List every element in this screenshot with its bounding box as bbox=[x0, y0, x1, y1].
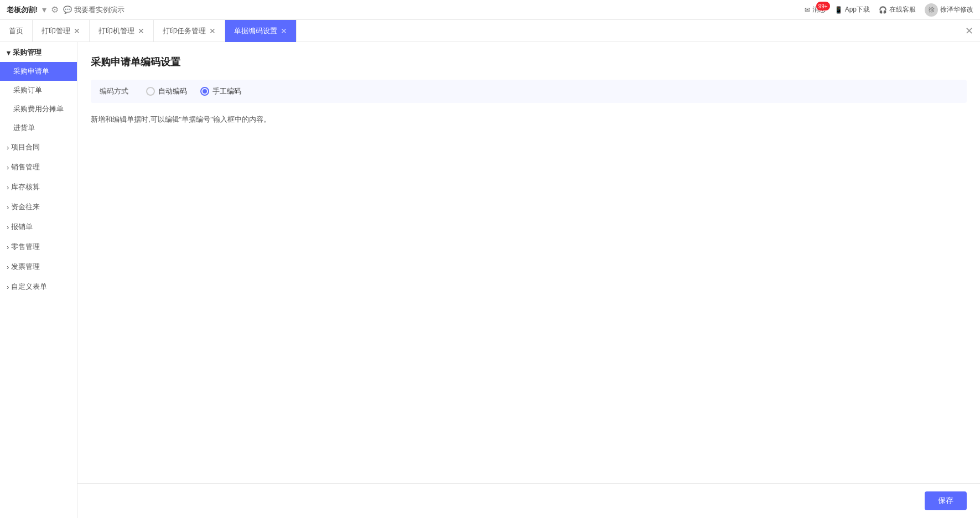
sidebar-item-purchase-request[interactable]: 采购申请单 bbox=[0, 62, 77, 81]
main-layout: ▾ 采购管理 采购申请单 采购订单 采购费用分摊单 进货单 › 项目合同 › 销… bbox=[0, 42, 980, 518]
online-service-button[interactable]: 🎧 在线客服 bbox=[879, 5, 916, 14]
auto-encoding-option[interactable]: 自动编码 bbox=[146, 86, 187, 96]
project-contract-label: 项目合同 bbox=[11, 142, 40, 152]
retail-label: 零售管理 bbox=[11, 242, 40, 252]
inventory-label: 库存核算 bbox=[11, 182, 40, 192]
sales-label: 销售管理 bbox=[11, 162, 40, 172]
sidebar-item-custom-form[interactable]: › 自定义表单 bbox=[0, 277, 77, 297]
returns-label: 报销单 bbox=[11, 222, 33, 232]
auto-encoding-radio[interactable] bbox=[146, 87, 155, 96]
sidebar-item-purchase-order-label: 采购订单 bbox=[13, 86, 42, 94]
online-service-label: 在线客服 bbox=[889, 5, 916, 14]
top-bar: 老板勿割! ▾ ⚙ 💬 我要看实例演示 ✉ 消息 99+ 📱 App下载 🎧 在… bbox=[0, 0, 980, 20]
sidebar-item-retail[interactable]: › 零售管理 bbox=[0, 237, 77, 257]
invoice-arrow: › bbox=[7, 263, 9, 271]
message-icon: ✉ bbox=[805, 6, 810, 14]
message-button[interactable]: ✉ 消息 99+ bbox=[805, 5, 826, 14]
tab-barcode-settings-label: 单据编码设置 bbox=[234, 26, 277, 36]
content-area: 采购申请单编码设置 编码方式 自动编码 手工编码 新增和编辑单据时,可以编辑"单… bbox=[77, 42, 980, 518]
sidebar-item-purchase-order[interactable]: 采购订单 bbox=[0, 81, 77, 100]
close-all-button[interactable]: ✕ bbox=[958, 25, 980, 37]
auto-encoding-label: 自动编码 bbox=[158, 86, 187, 96]
sidebar-group-purchase: ▾ 采购管理 采购申请单 采购订单 采购费用分摊单 进货单 bbox=[0, 42, 77, 137]
prompt-section[interactable]: 💬 我要看实例演示 bbox=[63, 5, 125, 15]
manual-encoding-option[interactable]: 手工编码 bbox=[200, 86, 241, 96]
sidebar-item-project-contract[interactable]: › 项目合同 bbox=[0, 137, 77, 157]
prompt-text: 我要看实例演示 bbox=[74, 5, 125, 15]
tab-home[interactable]: 首页 bbox=[0, 20, 33, 42]
tab-bar: 首页 打印管理 ✕ 打印机管理 ✕ 打印任务管理 ✕ 单据编码设置 ✕ ✕ bbox=[0, 20, 980, 42]
returns-arrow: › bbox=[7, 223, 9, 231]
user-profile-button[interactable]: 徐 徐泽华修改 bbox=[925, 3, 973, 17]
sidebar-item-purchase-request-label: 采购申请单 bbox=[13, 67, 49, 75]
tab-print-mgmt[interactable]: 打印管理 ✕ bbox=[33, 20, 90, 42]
sidebar-item-returns[interactable]: › 报销单 bbox=[0, 217, 77, 237]
sales-arrow: › bbox=[7, 163, 9, 172]
manual-encoding-label: 手工编码 bbox=[212, 86, 241, 96]
tab-print-mgmt-close[interactable]: ✕ bbox=[74, 27, 80, 35]
tab-barcode-settings-close[interactable]: ✕ bbox=[281, 27, 287, 35]
inventory-arrow: › bbox=[7, 183, 9, 191]
content-footer: 保存 bbox=[77, 483, 980, 518]
tab-printer-mgmt[interactable]: 打印机管理 ✕ bbox=[90, 20, 154, 42]
settings-icon[interactable]: ⚙ bbox=[51, 4, 59, 15]
sidebar-item-receipt-label: 进货单 bbox=[13, 123, 35, 132]
save-button[interactable]: 保存 bbox=[925, 491, 967, 510]
app-download-icon: 📱 bbox=[834, 6, 843, 14]
custom-form-arrow: › bbox=[7, 283, 9, 291]
description-text: 新增和编辑单据时,可以编辑"单据编号"输入框中的内容。 bbox=[91, 114, 967, 126]
message-badge: 99+ bbox=[816, 2, 830, 11]
content-inner: 采购申请单编码设置 编码方式 自动编码 手工编码 新增和编辑单据时,可以编辑"单… bbox=[77, 42, 980, 483]
username-text: 徐泽华修改 bbox=[940, 5, 973, 14]
sidebar-item-sales[interactable]: › 销售管理 bbox=[0, 157, 77, 177]
brand-text: 老板勿割! bbox=[7, 5, 38, 15]
sidebar-item-inventory[interactable]: › 库存核算 bbox=[0, 177, 77, 197]
project-contract-arrow: › bbox=[7, 143, 9, 152]
purchase-group-arrow: ▾ bbox=[7, 49, 11, 57]
page-title: 采购申请单编码设置 bbox=[91, 55, 967, 69]
encoding-row: 编码方式 自动编码 手工编码 bbox=[91, 80, 967, 103]
sidebar: ▾ 采购管理 采购申请单 采购订单 采购费用分摊单 进货单 › 项目合同 › 销… bbox=[0, 42, 77, 518]
purchase-group-label: 采购管理 bbox=[13, 48, 42, 58]
sidebar-item-receipt[interactable]: 进货单 bbox=[0, 118, 77, 137]
tab-home-label: 首页 bbox=[9, 26, 23, 36]
sidebar-item-purchase-expense[interactable]: 采购费用分摊单 bbox=[0, 100, 77, 118]
app-download-button[interactable]: 📱 App下载 bbox=[834, 5, 870, 14]
online-service-icon: 🎧 bbox=[879, 6, 887, 14]
tab-barcode-settings[interactable]: 单据编码设置 ✕ bbox=[225, 20, 297, 42]
tab-printer-mgmt-close[interactable]: ✕ bbox=[138, 27, 144, 35]
manual-encoding-radio[interactable] bbox=[200, 87, 209, 96]
avatar: 徐 bbox=[925, 3, 938, 17]
top-bar-left: 老板勿割! ▾ ⚙ 💬 我要看实例演示 bbox=[7, 4, 125, 15]
encoding-label: 编码方式 bbox=[100, 86, 128, 96]
capital-label: 资金往来 bbox=[11, 202, 40, 212]
capital-arrow: › bbox=[7, 203, 9, 211]
avatar-initials: 徐 bbox=[929, 6, 935, 14]
tab-print-task-mgmt-label: 打印任务管理 bbox=[163, 26, 206, 36]
app-download-label: App下载 bbox=[845, 5, 870, 14]
sidebar-group-purchase-title[interactable]: ▾ 采购管理 bbox=[0, 42, 77, 62]
invoice-label: 发票管理 bbox=[11, 262, 40, 272]
retail-arrow: › bbox=[7, 243, 9, 251]
sidebar-item-invoice[interactable]: › 发票管理 bbox=[0, 257, 77, 277]
sidebar-item-purchase-expense-label: 采购费用分摊单 bbox=[13, 105, 64, 113]
tab-print-task-mgmt[interactable]: 打印任务管理 ✕ bbox=[154, 20, 225, 42]
tab-print-mgmt-label: 打印管理 bbox=[42, 26, 70, 36]
dropdown-icon[interactable]: ▾ bbox=[42, 4, 46, 15]
prompt-chat-icon: 💬 bbox=[63, 6, 72, 14]
tab-print-task-mgmt-close[interactable]: ✕ bbox=[209, 27, 216, 35]
custom-form-label: 自定义表单 bbox=[11, 282, 47, 292]
sidebar-item-capital[interactable]: › 资金往来 bbox=[0, 197, 77, 217]
tab-printer-mgmt-label: 打印机管理 bbox=[98, 26, 134, 36]
top-bar-right: ✉ 消息 99+ 📱 App下载 🎧 在线客服 徐 徐泽华修改 bbox=[805, 3, 973, 17]
